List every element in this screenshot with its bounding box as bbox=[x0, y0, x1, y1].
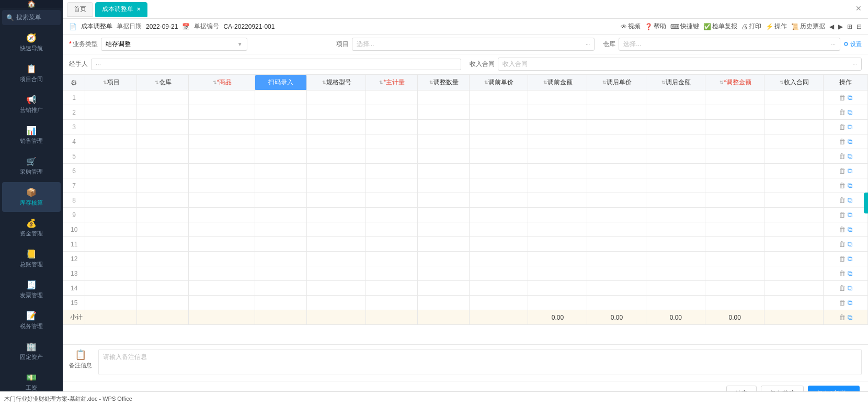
row-income-contract[interactable] bbox=[764, 120, 824, 134]
sidebar-item-purchase-mgmt[interactable]: 🛒 采购管理 bbox=[2, 151, 61, 181]
row-income-contract[interactable] bbox=[764, 134, 824, 149]
sort-icon[interactable]: ⇅ bbox=[429, 80, 433, 85]
row-warehouse[interactable] bbox=[137, 222, 189, 237]
row-income-contract[interactable] bbox=[764, 208, 824, 222]
delete-row-icon[interactable]: 🗑 bbox=[839, 284, 846, 292]
row-qty[interactable] bbox=[417, 178, 469, 193]
row-pre-price[interactable] bbox=[469, 296, 528, 310]
row-pre-amount[interactable] bbox=[528, 252, 587, 266]
row-post-price[interactable] bbox=[587, 120, 646, 134]
row-scan[interactable] bbox=[255, 281, 307, 296]
row-scan[interactable] bbox=[255, 178, 307, 193]
row-product[interactable] bbox=[189, 193, 255, 208]
row-income-contract[interactable] bbox=[764, 281, 824, 296]
shortcut-btn[interactable]: ⌨ 快捷键 bbox=[670, 22, 699, 31]
row-post-amount[interactable] bbox=[646, 252, 705, 266]
row-qty[interactable] bbox=[417, 193, 469, 208]
sort-icon[interactable]: ⇅ bbox=[661, 80, 666, 85]
sort-icon[interactable]: ⇅ bbox=[155, 80, 159, 85]
row-unit[interactable] bbox=[366, 134, 417, 149]
row-warehouse[interactable] bbox=[137, 134, 189, 149]
row-warehouse[interactable] bbox=[137, 266, 189, 281]
row-product[interactable] bbox=[189, 149, 255, 164]
row-income-contract[interactable] bbox=[764, 91, 824, 105]
row-warehouse[interactable] bbox=[137, 178, 189, 193]
row-scan[interactable] bbox=[255, 252, 307, 266]
row-income-contract[interactable] bbox=[764, 252, 824, 266]
row-pre-amount[interactable] bbox=[528, 208, 587, 222]
row-qty[interactable] bbox=[417, 252, 469, 266]
row-product[interactable] bbox=[189, 91, 255, 105]
row-warehouse[interactable] bbox=[137, 164, 189, 178]
row-post-price[interactable] bbox=[587, 237, 646, 252]
row-post-amount[interactable] bbox=[646, 281, 705, 296]
row-income-contract[interactable] bbox=[764, 149, 824, 164]
row-project[interactable] bbox=[85, 120, 137, 134]
delete-row-icon[interactable]: 🗑 bbox=[839, 123, 846, 131]
row-qty[interactable] bbox=[417, 134, 469, 149]
sort-icon[interactable]: ⇅ bbox=[379, 80, 383, 85]
row-spec[interactable] bbox=[306, 237, 366, 252]
print-btn[interactable]: 🖨 打印 bbox=[741, 22, 761, 31]
copy-row-icon[interactable]: ⧉ bbox=[848, 284, 852, 292]
delete-row-icon[interactable]: 🗑 bbox=[839, 94, 846, 102]
row-income-contract[interactable] bbox=[764, 222, 824, 237]
row-unit[interactable] bbox=[366, 91, 417, 105]
row-pre-price[interactable] bbox=[469, 91, 528, 105]
row-pre-amount[interactable] bbox=[528, 134, 587, 149]
row-warehouse[interactable] bbox=[137, 296, 189, 310]
row-post-price[interactable] bbox=[587, 252, 646, 266]
row-warehouse[interactable] bbox=[137, 120, 189, 134]
row-pre-price[interactable] bbox=[469, 266, 528, 281]
copy-row-icon[interactable]: ⧉ bbox=[848, 167, 852, 175]
delete-row-icon[interactable]: 🗑 bbox=[839, 167, 846, 175]
row-scan[interactable] bbox=[255, 134, 307, 149]
row-scan[interactable] bbox=[255, 120, 307, 134]
row-pre-amount[interactable] bbox=[528, 222, 587, 237]
tab-home[interactable]: 首页 bbox=[67, 2, 93, 17]
row-product[interactable] bbox=[189, 296, 255, 310]
row-spec[interactable] bbox=[306, 252, 366, 266]
row-income-contract[interactable] bbox=[764, 266, 824, 281]
sort-icon[interactable]: ⇅ bbox=[322, 80, 326, 85]
row-qty[interactable] bbox=[417, 222, 469, 237]
row-project[interactable] bbox=[85, 281, 137, 296]
row-qty[interactable] bbox=[417, 120, 469, 134]
delete-row-icon[interactable]: 🗑 bbox=[839, 152, 846, 160]
row-project[interactable] bbox=[85, 105, 137, 120]
row-adj-amount[interactable] bbox=[705, 266, 764, 281]
row-qty[interactable] bbox=[417, 164, 469, 178]
row-project[interactable] bbox=[85, 237, 137, 252]
row-adj-amount[interactable] bbox=[705, 149, 764, 164]
row-post-amount[interactable] bbox=[646, 120, 705, 134]
row-post-price[interactable] bbox=[587, 105, 646, 120]
row-pre-price[interactable] bbox=[469, 193, 528, 208]
row-unit[interactable] bbox=[366, 105, 417, 120]
row-post-amount[interactable] bbox=[646, 222, 705, 237]
row-qty[interactable] bbox=[417, 266, 469, 281]
row-adj-amount[interactable] bbox=[705, 193, 764, 208]
row-pre-price[interactable] bbox=[469, 178, 528, 193]
calendar-icon[interactable]: 📅 bbox=[182, 23, 190, 30]
project-field[interactable]: 选择... ··· bbox=[352, 38, 595, 51]
copy-row-icon[interactable]: ⧉ bbox=[848, 225, 852, 234]
row-spec[interactable] bbox=[306, 105, 366, 120]
row-unit[interactable] bbox=[366, 178, 417, 193]
row-qty[interactable] bbox=[417, 105, 469, 120]
row-adj-amount[interactable] bbox=[705, 208, 764, 222]
row-income-contract[interactable] bbox=[764, 237, 824, 252]
row-unit[interactable] bbox=[366, 120, 417, 134]
tab-cost-adjust[interactable]: 成本调整单 ✕ bbox=[95, 2, 147, 17]
row-pre-price[interactable] bbox=[469, 134, 528, 149]
copy-row-icon[interactable]: ⧉ bbox=[848, 182, 852, 190]
row-adj-amount[interactable] bbox=[705, 178, 764, 193]
row-product[interactable] bbox=[189, 252, 255, 266]
sidebar-item-ledger-mgmt[interactable]: 📒 总账管理 bbox=[2, 244, 61, 274]
row-product[interactable] bbox=[189, 208, 255, 222]
row-post-price[interactable] bbox=[587, 164, 646, 178]
row-project[interactable] bbox=[85, 91, 137, 105]
row-post-price[interactable] bbox=[587, 222, 646, 237]
row-adj-amount[interactable] bbox=[705, 296, 764, 310]
row-warehouse[interactable] bbox=[137, 252, 189, 266]
row-pre-amount[interactable] bbox=[528, 281, 587, 296]
